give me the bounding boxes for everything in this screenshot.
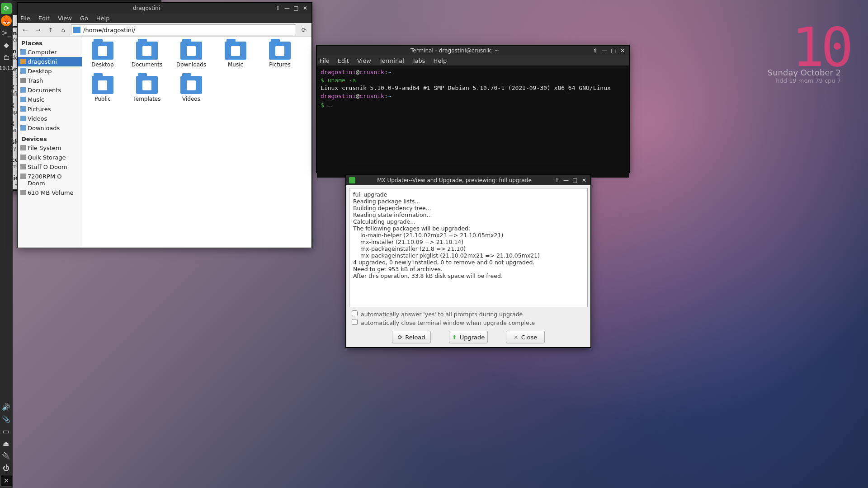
menu-view[interactable]: View	[58, 15, 72, 22]
folder-templates[interactable]: Templates	[131, 76, 163, 102]
sidebar-item-quik-storage[interactable]: Quik Storage	[18, 153, 82, 162]
upgrade-icon: ⬆	[452, 334, 457, 341]
volume-icon[interactable]: 🔊	[0, 402, 11, 413]
terminal-title: Terminal - dragostini@crusnik: ~	[320, 47, 590, 54]
reload-button[interactable]: ⟳	[299, 25, 309, 35]
folder-downloads[interactable]: Downloads	[175, 42, 207, 68]
nav-back-button[interactable]: ←	[20, 25, 30, 35]
terminal-window: Terminal - dragostini@crusnik: ~ ⇧ — □ ✕…	[316, 45, 629, 173]
sidebar-item-dragostini[interactable]: dragostini	[18, 57, 82, 66]
terminal-stdout: Linux crusnik 5.10.0-9-amd64 #1 SMP Debi…	[321, 84, 611, 91]
folder-label: Pictures	[264, 61, 296, 68]
menu-edit[interactable]: Edit	[38, 15, 50, 22]
sidebar-item-desktop[interactable]: Desktop	[18, 66, 82, 76]
sidebar-item-downloads[interactable]: Downloads	[18, 123, 82, 133]
folder-icon	[136, 76, 158, 94]
file-manager-menubar: FileEditViewGoHelp	[18, 13, 311, 23]
reload-button[interactable]: ⟳Reload	[392, 331, 431, 343]
upgrade-log[interactable]: full upgrade Reading package lists... Bu…	[349, 188, 588, 307]
address-bar[interactable]: /home/dragostini/	[71, 24, 296, 35]
close-icon[interactable]: ✕	[580, 177, 588, 184]
terminal-titlebar[interactable]: Terminal - dragostini@crusnik: ~ ⇧ — □ ✕	[317, 46, 629, 56]
folder-icon	[180, 42, 202, 60]
nav-up-button[interactable]: ↑	[46, 25, 56, 35]
taskbar: ⟳🦊>_◆🗀 10:13 🔊📎▭⏏🔌⏻✕	[0, 0, 13, 488]
nav-forward-button[interactable]: →	[33, 25, 43, 35]
folder-desktop[interactable]: Desktop	[87, 42, 118, 68]
nav-home-button[interactable]: ⌂	[58, 25, 68, 35]
close-button[interactable]: ✕Close	[506, 331, 545, 343]
file-manager-title: dragostini	[20, 5, 273, 11]
menu-edit[interactable]: Edit	[338, 57, 349, 64]
auto-close-checkbox[interactable]: automatically close terminal window when…	[350, 318, 587, 326]
taskbar-clock: 10:13	[0, 66, 14, 71]
folder-documents[interactable]: Documents	[131, 42, 163, 68]
updater-indicator-icon[interactable]: ⟳	[1, 3, 12, 14]
power-icon[interactable]: ⏻	[0, 463, 11, 474]
usb-icon[interactable]: 🔌	[0, 450, 11, 461]
menu-terminal[interactable]: Terminal	[379, 57, 404, 64]
minimize-icon[interactable]: —	[601, 47, 608, 54]
sidebar-item-7200rpm-o-doom[interactable]: 7200RPM O Doom	[18, 172, 82, 188]
sidebar-item-computer[interactable]: Computer	[18, 47, 82, 57]
menu-file[interactable]: File	[20, 15, 30, 22]
auto-yes-checkbox[interactable]: automatically answer 'yes' to all prompt…	[350, 309, 587, 318]
folder-pictures[interactable]: Pictures	[264, 42, 296, 68]
folder-label: Music	[220, 61, 251, 68]
sidebar-item-documents[interactable]: Documents	[18, 85, 82, 95]
sidebar-item-file-system[interactable]: File System	[18, 143, 82, 153]
folder-videos[interactable]: Videos	[175, 76, 207, 102]
menu-go[interactable]: Go	[80, 15, 88, 22]
menu-help[interactable]: Help	[96, 15, 110, 22]
file-manager-icon-view[interactable]: DesktopDocumentsDownloadsMusicPicturesPu…	[82, 37, 311, 248]
menu-icon[interactable]: ✕	[0, 475, 12, 487]
prompt-path: ~	[388, 69, 392, 75]
folder-icon	[92, 76, 113, 94]
eject-icon[interactable]: ⏏	[0, 438, 11, 449]
upgrade-button[interactable]: ⬆Upgrade	[449, 331, 488, 343]
menu-help[interactable]: Help	[434, 57, 447, 64]
folder-label: Documents	[131, 61, 163, 68]
sidebar-item-videos[interactable]: Videos	[18, 114, 82, 123]
file-manager-window: dragostini ⇧ — □ ✕ FileEditViewGoHelp ← …	[17, 3, 312, 248]
prompt-user: dragostini	[321, 69, 356, 75]
folder-icon	[73, 27, 80, 33]
sidebar-item-stuff-o-doom[interactable]: Stuff O Doom	[18, 162, 82, 172]
close-icon[interactable]: ✕	[619, 47, 626, 54]
sidebar-item-pictures[interactable]: Pictures	[18, 104, 82, 114]
pin-icon[interactable]: ⇧	[274, 5, 282, 12]
terminal-output[interactable]: dragostini@crusnik:~ $ uname -a Linux cr…	[317, 66, 629, 178]
sidebar-item-610-mb-volume[interactable]: 610 MB Volume	[18, 188, 82, 197]
maximize-icon[interactable]: □	[292, 5, 300, 12]
sidebar-item-trash[interactable]: Trash	[18, 76, 82, 85]
folder-public[interactable]: Public	[87, 76, 118, 102]
prompt-host: crusnik	[359, 69, 384, 75]
menu-tabs[interactable]: Tabs	[412, 57, 425, 64]
terminal-launcher-icon[interactable]: >_	[1, 28, 12, 38]
firefox-icon[interactable]: 🦊	[1, 15, 12, 26]
clip-icon[interactable]: 📎	[0, 414, 11, 425]
minimize-icon[interactable]: —	[283, 5, 291, 12]
menu-view[interactable]: View	[357, 57, 371, 64]
terminal-cursor	[328, 100, 332, 107]
sidebar-heading: Devices	[18, 133, 82, 143]
pin-icon[interactable]: ⇧	[592, 47, 599, 54]
mx-tools-icon[interactable]: ◆	[1, 40, 12, 51]
close-icon[interactable]: ✕	[302, 5, 309, 12]
maximize-icon[interactable]: □	[610, 47, 617, 54]
mx-updater-titlebar[interactable]: MX Updater--View and Upgrade, previewing…	[346, 175, 590, 185]
folder-icon	[136, 42, 158, 60]
conky-date: Sunday October 2	[768, 68, 841, 77]
file-manager-launcher-icon[interactable]: 🗀	[1, 52, 12, 63]
pin-icon[interactable]: ⇧	[553, 177, 561, 184]
close-icon: ✕	[514, 334, 519, 341]
file-manager-titlebar[interactable]: dragostini ⇧ — □ ✕	[18, 3, 311, 13]
minimize-icon[interactable]: —	[562, 177, 570, 184]
folder-music[interactable]: Music	[220, 42, 251, 68]
window-icon[interactable]: ▭	[0, 426, 11, 437]
file-manager-sidebar: PlacesComputerdragostiniDesktopTrashDocu…	[18, 37, 82, 248]
menu-file[interactable]: File	[320, 57, 330, 64]
sidebar-item-music[interactable]: Music	[18, 95, 82, 104]
folder-icon	[92, 42, 113, 60]
maximize-icon[interactable]: □	[571, 177, 579, 184]
